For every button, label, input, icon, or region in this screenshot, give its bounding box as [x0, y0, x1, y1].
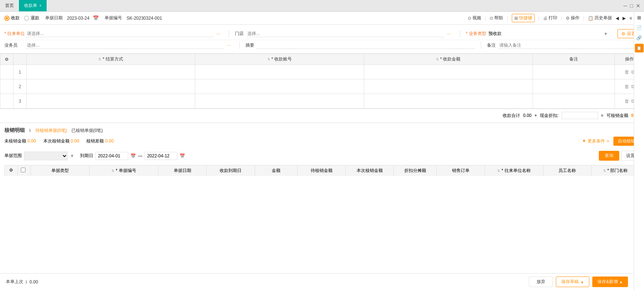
sum-discount-input[interactable]: [562, 112, 598, 119]
sidebar-icon-table[interactable]: ▦: [635, 13, 644, 22]
range-select[interactable]: [24, 152, 68, 160]
reconcile-actions: ▼ 更多条件 ∧ 自动核销: [582, 137, 640, 146]
more-conditions-btn[interactable]: ▼ 更多条件 ∧: [582, 138, 610, 144]
radio-refund[interactable]: 退款: [24, 15, 39, 21]
form-section: * 往来单位 ··· 门店 ··· * 业务类型 预收款 ▼ ⚙: [0, 25, 644, 54]
query-btn[interactable]: 查询: [599, 151, 619, 161]
footer-label: 本单上次: [6, 279, 23, 285]
bt-col-settings[interactable]: ⚙: [5, 165, 18, 176]
delete-icon-3[interactable]: 🗑: [624, 98, 629, 104]
counterpart-field: * 往来单位 ···: [4, 30, 223, 37]
maximize-icon[interactable]: □: [630, 3, 633, 9]
table-cell-remark-3[interactable]: [533, 94, 614, 109]
footer-info-icon[interactable]: ℹ: [25, 279, 27, 285]
table-col-settings[interactable]: ⚙: [0, 54, 13, 65]
select-all-checkbox[interactable]: [21, 168, 25, 172]
footer-info: 本单上次 ℹ 0.00: [6, 279, 38, 285]
divider4: [481, 42, 481, 49]
operation-btn[interactable]: ⚙ 操作: [566, 15, 580, 21]
stat2-label: 本次核销金额: [43, 138, 70, 144]
next-btn[interactable]: ▶: [623, 16, 626, 21]
tab-receipt[interactable]: 收款单 ×: [19, 0, 47, 11]
summary-input[interactable]: [256, 42, 475, 49]
counterpart-label: * 往来单位: [4, 31, 25, 37]
tab-completed[interactable]: 已核销单据(0笔): [71, 128, 103, 134]
sidebar-link-icon: 🔗: [636, 35, 642, 40]
sidebar-icon-link[interactable]: 🔗: [635, 34, 644, 42]
delete-icon-2[interactable]: 🗑: [624, 84, 629, 90]
table-cell-amount-2[interactable]: [364, 79, 533, 94]
close-icon[interactable]: ✕: [636, 3, 640, 9]
store-more-icon[interactable]: ···: [447, 31, 451, 36]
remark-input[interactable]: [498, 42, 640, 49]
tab-close-icon[interactable]: ×: [39, 4, 42, 8]
reconcile-info-icon[interactable]: ℹ: [29, 128, 31, 133]
stat3-value: 0.00: [105, 138, 114, 144]
counterpart-more-icon[interactable]: ···: [216, 31, 220, 36]
table-cell-num-3: 3: [13, 94, 27, 109]
save-new-label: 保存&新增: [597, 279, 618, 285]
table-cell-payment-2[interactable]: [27, 79, 195, 94]
table-cell-payment-1[interactable]: [27, 65, 195, 79]
date-from-input[interactable]: [95, 152, 128, 160]
salesperson-more-icon[interactable]: ···: [227, 43, 231, 48]
salesperson-input[interactable]: [25, 42, 224, 49]
table-cell-account-2[interactable]: [195, 79, 364, 94]
settings-gear-icon: ⚙: [621, 31, 625, 36]
date-calendar-icon[interactable]: 📅: [93, 15, 99, 21]
store-input[interactable]: [246, 30, 444, 37]
table-cell-payment-3[interactable]: [27, 94, 195, 109]
table-cell-remark-2[interactable]: [533, 79, 614, 94]
table-col-remark: 备注: [533, 54, 614, 65]
tab-home-label: 首页: [5, 3, 14, 9]
discard-button[interactable]: 放弃: [529, 277, 553, 287]
summary-label: 摘要: [246, 42, 256, 48]
counterpart-input[interactable]: [25, 30, 213, 37]
date-cal-icon1[interactable]: 📅: [130, 153, 136, 158]
remark-field: 备注: [487, 42, 640, 49]
divider1: [229, 30, 229, 38]
sum-equals: =: [601, 113, 604, 118]
history-label: 历史单据: [594, 15, 612, 21]
table-cell-settings-2: [0, 79, 13, 94]
save-draft-button[interactable]: 保存草稿 ▲: [556, 277, 589, 287]
sidebar-icon-doc[interactable]: 📄: [635, 23, 644, 32]
bt-col-amount: 金额: [255, 165, 298, 176]
tab-home[interactable]: 首页: [0, 0, 19, 11]
table-cell-amount-1[interactable]: [364, 65, 533, 79]
table-cell-account-3[interactable]: [195, 94, 364, 109]
print-btn[interactable]: 🖨 打印: [543, 15, 557, 21]
sidebar-icon-clip[interactable]: 📋: [635, 44, 644, 52]
table-cell-account-1[interactable]: [195, 65, 364, 79]
reconcile-title: 核销明细: [4, 127, 25, 134]
date-cal-icon2[interactable]: 📅: [180, 153, 185, 158]
table-cell-amount-3[interactable]: [364, 94, 533, 109]
shortcut-btn[interactable]: ⊞ 快捷键: [512, 14, 535, 22]
no-label: 单据编号: [105, 15, 122, 21]
table-settings-icon[interactable]: ⚙: [5, 57, 9, 62]
help-btn[interactable]: ⊙ 帮助: [490, 15, 503, 21]
sidebar-doc-icon: 📄: [636, 25, 642, 30]
tab-pending[interactable]: 待核销单据(0笔): [35, 128, 67, 134]
date-to-input[interactable]: [145, 152, 177, 160]
sidebar-table-icon: ▦: [637, 15, 641, 20]
biz-type-dropdown-icon[interactable]: ▼: [604, 31, 608, 36]
layout1-btn[interactable]: ≡: [629, 16, 632, 21]
bt-col-checkbox[interactable]: [18, 165, 31, 176]
minimize-icon[interactable]: ─: [624, 3, 627, 9]
shortcut-label: 快捷键: [519, 15, 532, 21]
prev-btn[interactable]: ◀: [616, 16, 619, 21]
range-dropdown-icon[interactable]: ▼: [70, 153, 74, 158]
divider3: [239, 42, 240, 49]
video-btn[interactable]: ⊙ 视频: [468, 15, 481, 21]
tab-bar: 首页 收款单 × ─ □ ✕: [0, 0, 644, 12]
sum-label2: 现金折扣:: [540, 113, 558, 119]
table-cell-remark-1[interactable]: [533, 65, 614, 79]
radio-receipt[interactable]: 收款: [4, 15, 20, 21]
history-btn[interactable]: 📋 历史单据: [588, 15, 612, 21]
radio-refund-dot: [24, 16, 29, 21]
save-new-chevron: ▲: [619, 280, 623, 284]
delete-icon-1[interactable]: 🗑: [624, 69, 629, 75]
save-new-button[interactable]: 保存&新增 ▲: [592, 277, 628, 287]
top-toolbar: 收款 退款 单据日期 2023-03-24 📅 单据编号 SK-20230324…: [0, 12, 644, 25]
